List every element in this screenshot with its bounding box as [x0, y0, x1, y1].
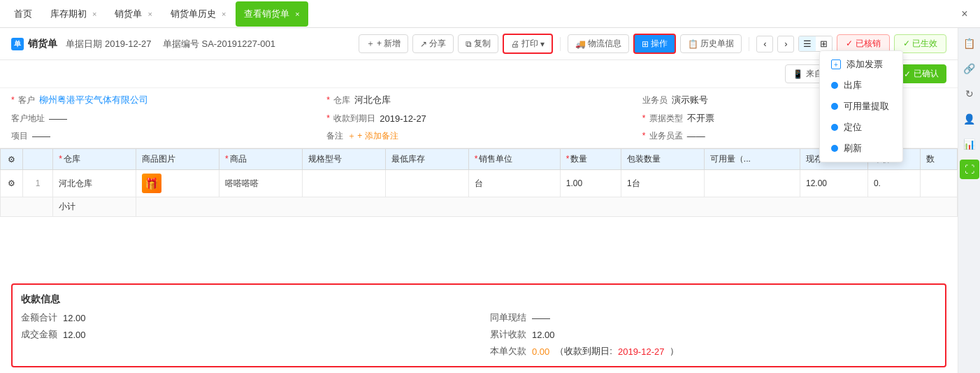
current-due-value: 0.00 [532, 346, 549, 357]
col-warehouse: *仓库 [53, 149, 136, 170]
available-qty-label: 可用量提取 [844, 100, 889, 113]
action-row: 📱 来自手机 未开票 ✓ 已确认 [0, 60, 958, 88]
col-quantity: *数量 [560, 149, 621, 170]
tab-sales-history-close[interactable]: × [222, 10, 226, 18]
row-amount-cell [920, 170, 957, 197]
operation-label: 操作 [651, 38, 668, 50]
sidebar-refresh-icon[interactable]: ↻ [960, 84, 979, 104]
list-view-button[interactable]: ☰ [799, 36, 816, 51]
document-title-text: 销货单 [28, 38, 57, 50]
document-meta: 单据日期 2019-12-27 单据编号 SA-20191227-001 [66, 38, 275, 50]
warehouse-label: * 仓库 [326, 94, 350, 106]
staff-value: 演示账号 [672, 94, 708, 106]
outbound-item[interactable]: 出库 [820, 75, 902, 96]
row-pack-qty-cell: 1台 [621, 170, 704, 197]
window-close-button[interactable]: × [955, 4, 974, 24]
col-spec: 规格型号 [302, 149, 385, 170]
tab-sales-order-label: 销货单 [115, 8, 142, 20]
warehouse-value: 河北仓库 [354, 94, 391, 106]
phone-icon: 📱 [793, 69, 803, 79]
add-note-button[interactable]: ＋ + 添加备注 [347, 130, 398, 142]
accumulated-label: 累计收款 [490, 328, 526, 341]
row-current-stock-cell: 12.00 [800, 170, 868, 197]
payment-date-value: 2019-12-27 [380, 113, 426, 124]
history-button[interactable]: 📋 历史单据 [680, 34, 742, 53]
project-value: —— [32, 131, 50, 141]
next-button[interactable]: › [777, 36, 794, 52]
tab-inventory-init-close[interactable]: × [92, 10, 96, 18]
document-title-icon: 单 [11, 38, 24, 50]
row-min-stock-cell [385, 170, 468, 197]
transaction-amount-label: 成交金额 [21, 328, 57, 341]
add-label: + 新增 [377, 38, 401, 50]
transaction-amount-row: 成交金额 12.00 [21, 328, 468, 341]
sidebar-expand-icon[interactable]: ⛶ [960, 160, 979, 179]
copy-button[interactable]: ⧉ 复制 [458, 34, 498, 53]
tab-view-sales[interactable]: 查看销货单 × [236, 1, 308, 27]
product-table: ⚙ *仓库 商品图片 *商品 规格型号 最低库存 *销售单位 *数量 包装数量 … [0, 148, 958, 217]
add-invoice-label: 添加发票 [846, 58, 883, 71]
confirmed-button[interactable]: ✓ 已确认 [896, 64, 946, 83]
warehouse-row: * 仓库 河北仓库 [326, 94, 630, 106]
payment-info-left: 金额合计 12.00 成交金额 12.00 [21, 311, 468, 358]
print-button[interactable]: 🖨 打印 ▾ [503, 34, 553, 54]
address-row: 客户地址 —— [11, 112, 315, 125]
grid-view-button[interactable]: ⊞ [816, 36, 832, 51]
history-label: 历史单据 [700, 38, 734, 50]
refresh-icon [831, 145, 838, 152]
logistics-label: 物流信息 [588, 38, 621, 50]
operation-icon: ⊞ [642, 39, 649, 49]
add-note-plus-icon: ＋ [347, 130, 356, 142]
tab-bar: 首页 库存期初 × 销货单 × 销货单历史 × 查看销货单 × × [0, 0, 980, 28]
document-title: 单 销货单 [11, 38, 57, 50]
history-icon: 📋 [688, 39, 698, 49]
print-dropdown-icon: ▾ [540, 39, 545, 49]
sidebar-chart-icon[interactable]: 📊 [960, 134, 979, 154]
note-row: 备注 ＋ + 添加备注 [326, 130, 630, 142]
payment-info-section: 收款信息 金额合计 12.00 成交金额 12.00 同单现结 —— [11, 283, 946, 367]
tab-home[interactable]: 首页 [6, 1, 41, 27]
row-settings-cell[interactable]: ⚙ [1, 170, 23, 197]
tab-sales-order[interactable]: 销货单 × [106, 1, 160, 27]
due-note: （收款到期日: [555, 345, 612, 358]
col-settings[interactable]: ⚙ [1, 149, 23, 170]
col-sales-unit: *销售单位 [468, 149, 560, 170]
tab-sales-history[interactable]: 销货单历史 × [162, 1, 234, 27]
sidebar-clipboard-icon[interactable]: 📋 [960, 34, 979, 53]
tab-inventory-init[interactable]: 库存期初 × [42, 1, 105, 27]
customer-value[interactable]: 柳州粤港平安气体有限公司 [39, 94, 148, 106]
customer-label: * 客户 [11, 94, 35, 106]
payment-info-right: 同单现结 —— 累计收款 12.00 本单欠款 0.00 （收款到期日: 201… [490, 311, 937, 358]
available-qty-item[interactable]: 可用量提取 [820, 96, 902, 117]
sidebar-user-icon[interactable]: 👤 [960, 109, 979, 129]
table-header-row: ⚙ *仓库 商品图片 *商品 规格型号 最低库存 *销售单位 *数量 包装数量 … [1, 149, 958, 170]
staff-label: 业务员 [642, 94, 668, 106]
add-invoice-item[interactable]: + 添加发票 [820, 54, 902, 75]
col-pack-qty: 包装数量 [621, 149, 704, 170]
col-amount: 数 [920, 149, 957, 170]
table-row: ⚙ 1 河北仓库 🎁 嗒嗒嗒嗒 台 1.00 1台 12.00 [1, 170, 958, 197]
col-available: 可用量（... [704, 149, 800, 170]
logistics-button[interactable]: 🚚 物流信息 [568, 34, 629, 53]
tab-view-sales-close[interactable]: × [295, 10, 299, 18]
print-icon: 🖨 [511, 39, 519, 49]
effective-label: 已生效 [912, 38, 937, 48]
locate-item[interactable]: 定位 [820, 117, 902, 138]
add-icon: ＋ [366, 38, 375, 50]
operation-button[interactable]: ⊞ 操作 [633, 34, 676, 54]
outbound-icon [831, 82, 838, 89]
divider-1 [560, 37, 561, 51]
tab-sales-order-close[interactable]: × [147, 10, 152, 18]
refresh-item[interactable]: 刷新 [820, 138, 902, 159]
sidebar-link-icon[interactable]: 🔗 [960, 59, 979, 78]
same-order-value: —— [532, 313, 550, 323]
add-button[interactable]: ＋ + 新增 [359, 34, 408, 53]
due-date: 2019-12-27 [618, 346, 665, 357]
share-button[interactable]: ↗ 分享 [412, 34, 454, 53]
same-order-label: 同单现结 [490, 311, 526, 324]
locate-icon [831, 124, 838, 131]
customer-row: * 客户 柳州粤港平安气体有限公司 [11, 94, 315, 106]
number-value: SA-20191227-001 [202, 38, 276, 49]
col-product: *商品 [219, 149, 303, 170]
prev-button[interactable]: ‹ [756, 36, 773, 52]
